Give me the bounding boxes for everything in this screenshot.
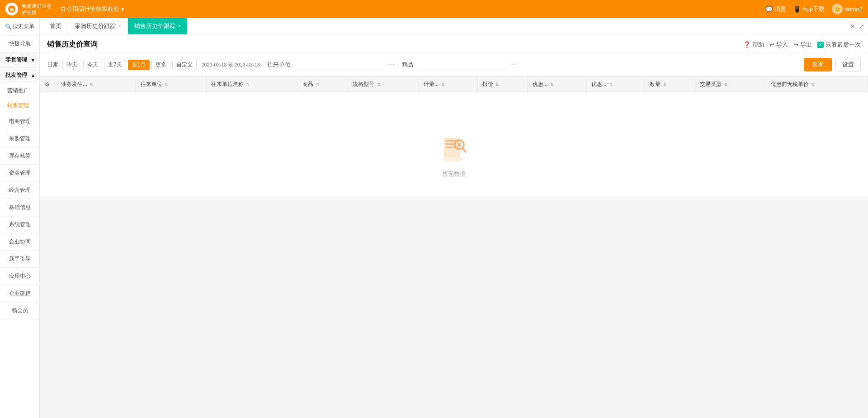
yesterday-btn[interactable]: 昨天 bbox=[62, 60, 81, 70]
sort-icon-pre-tax-price: ⇅ bbox=[811, 82, 815, 87]
more-btn[interactable]: 更多 bbox=[151, 60, 170, 70]
th-product[interactable]: 商品 ⇅ bbox=[298, 77, 348, 92]
data-table: ⚙ 业务发生... ⇅ 往来单位 ⇅ 往来单位名称 ⇅ bbox=[40, 76, 868, 92]
tab-controls: ✕ ⤢ bbox=[850, 23, 864, 30]
app-title-dropdown[interactable]: 办公用品行业模拟账套 ▾ bbox=[61, 5, 124, 13]
th-qty[interactable]: 数量 ⇅ bbox=[645, 77, 695, 92]
product-dots: ··· bbox=[511, 61, 517, 69]
partner-filter-group: 往来单位 ··· bbox=[267, 60, 394, 69]
tab-purchase-close-btn[interactable]: × bbox=[118, 24, 121, 28]
partner-label: 往来单位 bbox=[267, 61, 291, 69]
maximize-btn[interactable]: ⤢ bbox=[859, 23, 864, 30]
product-label: 商品 bbox=[401, 61, 413, 69]
th-discount2[interactable]: 优惠... ⇅ bbox=[586, 77, 645, 92]
sidebar-item-wholesale-mgmt[interactable]: 批发管理 ▲ bbox=[0, 68, 39, 83]
sidebar-sub-item-marketing[interactable]: 营销推广 bbox=[0, 83, 39, 98]
th-spec[interactable]: 规格型号 ⇅ bbox=[348, 77, 419, 92]
table-header: ⚙ 业务发生... ⇅ 往来单位 ⇅ 往来单位名称 ⇅ bbox=[40, 77, 868, 92]
last1month-btn[interactable]: 近1月 bbox=[128, 60, 150, 70]
date-options: 昨天 今天 近7天 近1月 更多 自定义 bbox=[62, 60, 197, 70]
sidebar-item-basic-info[interactable]: 基础信息 bbox=[0, 199, 39, 216]
sort-icon-trade-type: ⇅ bbox=[724, 82, 728, 87]
tab-purchase-history[interactable]: 采购历史价跟踪 × bbox=[68, 18, 128, 34]
th-discount1-label: 优惠... bbox=[533, 81, 548, 87]
search-icon: 🔍 bbox=[5, 24, 12, 30]
filter-actions: 查询 设置 bbox=[804, 58, 861, 71]
sidebar-item-retail-mgmt[interactable]: 零售管理 ▼ bbox=[0, 52, 39, 68]
only-last-checkbox[interactable]: ✓ bbox=[817, 42, 824, 48]
th-partner-code[interactable]: 往来单位 ⇅ bbox=[136, 77, 207, 92]
empty-text: 暂无数据 bbox=[442, 170, 466, 178]
app-download-btn[interactable]: 📱 App下载 bbox=[793, 5, 825, 13]
today-btn[interactable]: 今天 bbox=[83, 60, 102, 70]
tab-home[interactable]: 首页 bbox=[43, 18, 68, 34]
th-biz-date[interactable]: 业务发生... ⇅ bbox=[57, 77, 136, 92]
help-btn[interactable]: ❓ 帮助 bbox=[743, 41, 764, 49]
sidebar-item-quick-nav[interactable]: 快捷导航 bbox=[0, 35, 39, 52]
sidebar-item-enterprise[interactable]: 企业协同 bbox=[0, 233, 39, 251]
sidebar-item-app-center[interactable]: 应用中心 bbox=[0, 268, 39, 285]
topbar-left: 畅 畅捷通好生意 标准版 bbox=[5, 3, 52, 16]
last7-btn[interactable]: 近7天 bbox=[104, 60, 126, 70]
th-trade-type-label: 交易类型 bbox=[700, 81, 722, 87]
svg-line-8 bbox=[462, 148, 466, 152]
sidebar-item-search-menu[interactable]: 🔍 搜索菜单 bbox=[0, 18, 39, 35]
topbar-center: 办公用品行业模拟账套 ▾ bbox=[52, 5, 765, 13]
sidebar-sub-item-sales-mgmt[interactable]: 销售管理 bbox=[0, 98, 39, 113]
th-partner-name[interactable]: 往来单位名称 ⇅ bbox=[207, 77, 298, 92]
sidebar-item-ecom-mgmt[interactable]: 电商管理 bbox=[0, 113, 39, 130]
svg-text:畅: 畅 bbox=[10, 8, 14, 12]
page-header-actions: ❓ 帮助 ↩ 导入 ↪ 导出 ✓ 只看最后一次 bbox=[743, 41, 861, 49]
topbar-right: 💬 消息 📱 App下载 😊 demo2 bbox=[765, 4, 863, 14]
main-layout: 🔍 搜索菜单 快捷导航 零售管理 ▼ 批发管理 ▲ 营销推广 销售管理 电商管理… bbox=[0, 18, 868, 418]
sidebar-item-new-guide[interactable]: 新手引导 bbox=[0, 251, 39, 268]
th-unit[interactable]: 计量... ⇅ bbox=[419, 77, 477, 92]
only-last-checkbox-label[interactable]: ✓ 只看最后一次 bbox=[817, 41, 861, 49]
partner-input[interactable] bbox=[294, 60, 385, 69]
th-quote[interactable]: 报价 ⇅ bbox=[477, 77, 528, 92]
query-button[interactable]: 查询 bbox=[804, 58, 832, 71]
sidebar-item-purchase-mgmt[interactable]: 采购管理 bbox=[0, 130, 39, 147]
th-pre-tax-price[interactable]: 优惠前无税单价 ⇅ bbox=[766, 77, 868, 92]
empty-icon bbox=[436, 128, 472, 165]
sidebar-item-inventory[interactable]: 库存核算 bbox=[0, 147, 39, 165]
date-label: 日期 bbox=[47, 61, 59, 69]
sidebar-item-membership[interactable]: 畅会员 bbox=[0, 302, 39, 319]
th-qty-label: 数量 bbox=[650, 81, 660, 87]
th-trade-type[interactable]: 交易类型 ⇅ bbox=[695, 77, 766, 92]
product-input[interactable] bbox=[417, 60, 507, 69]
empty-state: 暂无数据 bbox=[40, 92, 868, 196]
chevron-down-icon: ▼ bbox=[30, 57, 36, 63]
th-product-label: 商品 bbox=[302, 81, 313, 87]
import-btn[interactable]: ↩ 导入 bbox=[769, 41, 788, 49]
logo-text: 畅捷通好生意 标准版 bbox=[22, 3, 52, 16]
msg-btn[interactable]: 💬 消息 bbox=[765, 5, 786, 13]
sidebar-item-system[interactable]: 系统管理 bbox=[0, 216, 39, 233]
date-filter-group: 日期 昨天 今天 近7天 近1月 更多 自定义 2023-02-18 至 202… bbox=[47, 60, 260, 70]
th-gear[interactable]: ⚙ bbox=[40, 77, 57, 92]
msg-icon: 💬 bbox=[765, 6, 773, 13]
partner-dots: ··· bbox=[388, 61, 394, 69]
custom-btn[interactable]: 自定义 bbox=[172, 60, 197, 70]
sidebar-item-corp-wechat[interactable]: 企业微信 bbox=[0, 285, 39, 302]
sidebar-item-operations[interactable]: 经营管理 bbox=[0, 182, 39, 199]
th-partner-code-label: 往来单位 bbox=[141, 81, 162, 87]
user-avatar-btn[interactable]: 😊 demo2 bbox=[832, 4, 863, 14]
tab-bar: 首页 采购历史价跟踪 × 销售历史价跟踪 × ✕ ⤢ bbox=[40, 18, 868, 34]
sidebar: 🔍 搜索菜单 快捷导航 零售管理 ▼ 批发管理 ▲ 营销推广 销售管理 电商管理… bbox=[0, 18, 40, 418]
sort-icon-quote: ⇅ bbox=[495, 82, 499, 87]
export-icon: ↪ bbox=[793, 41, 798, 48]
sort-icon-biz-date: ⇅ bbox=[90, 82, 93, 87]
sort-icon-unit: ⇅ bbox=[441, 82, 445, 87]
chevron-up-icon: ▲ bbox=[30, 72, 36, 79]
export-btn[interactable]: ↪ 导出 bbox=[793, 41, 812, 49]
close-window-btn[interactable]: ✕ bbox=[850, 23, 855, 30]
setting-button[interactable]: 设置 bbox=[835, 58, 861, 71]
th-discount1[interactable]: 优惠... ⇅ bbox=[528, 77, 586, 92]
sidebar-item-finance[interactable]: 资金管理 bbox=[0, 165, 39, 182]
tab-sales-close-btn[interactable]: × bbox=[178, 24, 181, 28]
table-container: ⚙ 业务发生... ⇅ 往来单位 ⇅ 往来单位名称 ⇅ bbox=[40, 76, 868, 196]
page-title: 销售历史价查询 bbox=[47, 40, 98, 49]
tab-sales-history[interactable]: 销售历史价跟踪 × bbox=[128, 18, 188, 34]
th-spec-label: 规格型号 bbox=[353, 81, 374, 87]
